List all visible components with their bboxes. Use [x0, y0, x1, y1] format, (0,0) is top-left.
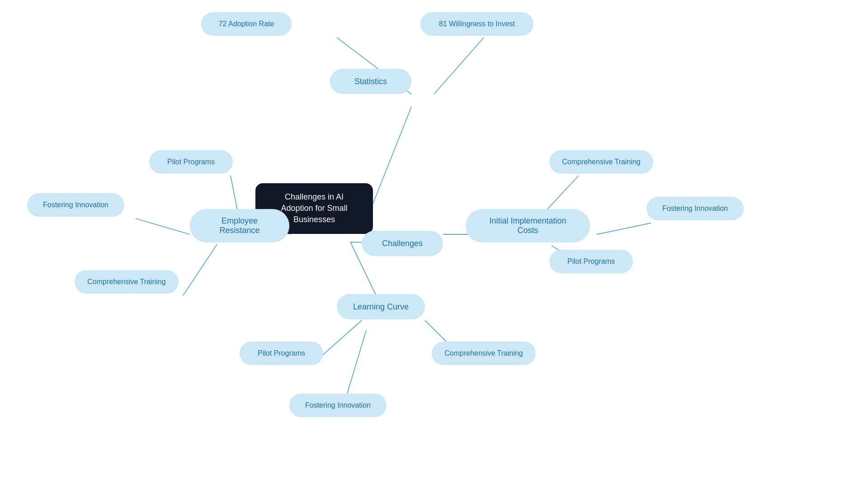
- initial-impl-costs-node[interactable]: Initial Implementation Costs: [466, 209, 590, 243]
- challenges-label: Challenges: [382, 239, 423, 248]
- line-empres-comptraining: [183, 244, 217, 295]
- initial-impl-costs-label: Initial Implementation Costs: [478, 216, 577, 235]
- comp-training-impl-label: Comprehensive Training: [562, 158, 640, 166]
- pilot-programs-lc-label: Pilot Programs: [258, 349, 305, 357]
- comp-training-impl-node[interactable]: Comprehensive Training: [549, 150, 653, 174]
- fostering-innov-impl-node[interactable]: Fostering Innovation: [646, 197, 744, 220]
- fostering-innov-impl-label: Fostering Innovation: [662, 205, 728, 213]
- pilot-programs-emp-label: Pilot Programs: [167, 158, 215, 166]
- comp-training-lc-node[interactable]: Comprehensive Training: [432, 342, 536, 365]
- adoption-rate-label: 72 Adoption Rate: [219, 20, 274, 28]
- comp-training-emp-node[interactable]: Comprehensive Training: [75, 270, 179, 294]
- line-impl-foster: [597, 223, 651, 234]
- line-statistics-willingness: [434, 38, 484, 94]
- fostering-innov-lc-node[interactable]: Fostering Innovation: [289, 394, 387, 417]
- mind-map: Challenges in AI Adoption for Small Busi…: [0, 0, 868, 490]
- willingness-node[interactable]: 81 Willingness to Invest: [420, 12, 533, 36]
- learning-curve-node[interactable]: Learning Curve: [337, 294, 425, 319]
- comp-training-lc-label: Comprehensive Training: [444, 349, 523, 357]
- pilot-programs-impl-label: Pilot Programs: [567, 257, 615, 266]
- pilot-programs-impl-node[interactable]: Pilot Programs: [549, 250, 633, 273]
- learning-curve-label: Learning Curve: [353, 302, 409, 312]
- adoption-rate-node[interactable]: 72 Adoption Rate: [201, 12, 292, 36]
- employee-resistance-label: Employee Resistance: [203, 216, 277, 235]
- pilot-programs-emp-node[interactable]: Pilot Programs: [149, 150, 233, 174]
- willingness-label: 81 Willingness to Invest: [439, 20, 515, 28]
- line-lc-foster: [346, 330, 366, 398]
- fostering-innovation-emp-label: Fostering Innovation: [43, 201, 108, 209]
- statistics-label: Statistics: [354, 77, 387, 86]
- pilot-programs-lc-node[interactable]: Pilot Programs: [240, 342, 323, 365]
- comp-training-emp-label: Comprehensive Training: [87, 278, 165, 286]
- line-lc-pilot: [321, 320, 362, 357]
- employee-resistance-node[interactable]: Employee Resistance: [190, 209, 289, 243]
- line-empres-foster: [136, 219, 190, 234]
- fostering-innov-lc-label: Fostering Innovation: [305, 401, 371, 409]
- statistics-node[interactable]: Statistics: [330, 69, 411, 94]
- challenges-node[interactable]: Challenges: [362, 231, 443, 256]
- line-center-statistics: [373, 107, 411, 204]
- fostering-innovation-emp-node[interactable]: Fostering Innovation: [27, 193, 124, 217]
